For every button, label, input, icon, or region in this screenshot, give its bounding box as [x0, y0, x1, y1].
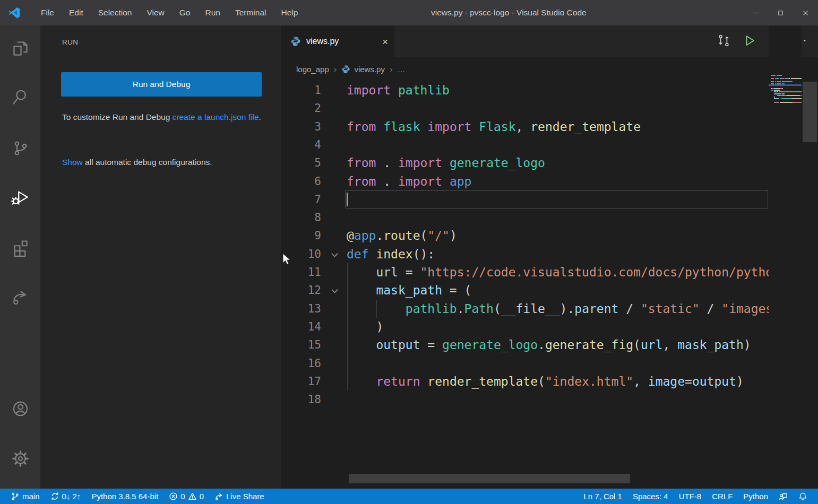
sidebar-text: .	[259, 112, 261, 121]
code-line[interactable]: 4	[281, 136, 769, 154]
code-line[interactable]: 11 url = "https://code.visualstudio.com/…	[281, 263, 769, 281]
tab-views-py[interactable]: views.py ×	[281, 25, 394, 57]
status-label: UTF-8	[679, 492, 702, 501]
breadcrumb-label: logo_app	[296, 65, 329, 74]
line-number[interactable]: 4	[281, 136, 321, 154]
menu-run[interactable]: Run	[197, 0, 227, 25]
menu-file[interactable]: File	[33, 0, 62, 25]
code-line[interactable]: 12 mask_path = (	[281, 281, 769, 299]
status-feedback[interactable]	[773, 492, 793, 501]
menu-go[interactable]: Go	[172, 0, 198, 25]
python-icon	[341, 65, 350, 74]
code-line[interactable]: 18	[281, 390, 769, 409]
status-end-of-line[interactable]: CRLF	[707, 492, 738, 501]
fold-chevron-icon[interactable]	[331, 250, 338, 257]
code-line[interactable]: 15 output = generate_logo.generate_fig(u…	[281, 336, 769, 354]
line-number[interactable]: 14	[281, 318, 321, 336]
breadcrumb-item[interactable]: …	[398, 65, 406, 74]
sidebar-link[interactable]: Show	[62, 158, 83, 167]
line-number[interactable]: 16	[281, 354, 321, 372]
status-indentation[interactable]: Spaces: 4	[627, 492, 674, 501]
compare-changes-button[interactable]	[716, 33, 731, 49]
code-line[interactable]: 8	[281, 208, 769, 227]
status-notifications[interactable]	[793, 492, 813, 501]
code-line[interactable]: 3from flask import Flask, render_templat…	[281, 118, 769, 136]
menu-terminal[interactable]: Terminal	[228, 0, 274, 25]
line-number[interactable]: 6	[281, 172, 321, 190]
status-sync-changes[interactable]: 0↓ 2↑	[45, 492, 87, 501]
tab-close-icon[interactable]: ×	[382, 37, 388, 47]
breadcrumb-item[interactable]: views.py	[341, 65, 385, 74]
activity-source-control[interactable]	[0, 135, 40, 163]
code-line[interactable]: 13 pathlib.Path(__file__).parent / "stat…	[281, 300, 769, 318]
line-number[interactable]: 7	[281, 190, 321, 208]
code-line[interactable]: 5from . import generate_logo	[281, 154, 769, 172]
code-line[interactable]: 9@app.route("/")	[281, 227, 769, 245]
status-live-share[interactable]: Live Share	[209, 492, 270, 501]
activity-live-share[interactable]	[0, 283, 40, 311]
menu-help[interactable]: Help	[274, 0, 306, 25]
status-python-interpreter[interactable]: Python 3.8.5 64-bit	[86, 492, 163, 501]
line-number[interactable]: 15	[281, 336, 321, 354]
status-problems[interactable]: 00	[163, 492, 209, 501]
code-token: Path	[464, 302, 494, 316]
line-number[interactable]: 13	[281, 300, 321, 318]
code-token: import	[398, 175, 442, 188]
activity-search[interactable]	[0, 84, 40, 112]
horizontal-scrollbar-thumb[interactable]	[349, 474, 630, 483]
breadcrumb-item[interactable]: logo_app	[296, 65, 329, 74]
status-encoding[interactable]: UTF-8	[674, 492, 707, 501]
line-number[interactable]: 1	[281, 81, 321, 99]
close-button[interactable]	[793, 0, 818, 25]
minimize-button[interactable]	[743, 0, 768, 25]
minimap[interactable]	[769, 25, 802, 489]
breadcrumb: logo_app›views.py›…	[281, 57, 818, 81]
maximize-icon	[776, 8, 785, 18]
status-git-branch[interactable]: main	[5, 492, 45, 501]
code-line[interactable]: 6from . import app	[281, 172, 769, 190]
code-token	[347, 302, 406, 316]
vscode-window: FileEditSelectionViewGoRunTerminalHelp v…	[0, 0, 818, 504]
activity-account[interactable]	[0, 396, 40, 423]
run-python-file-button[interactable]	[741, 33, 757, 49]
run-sidebar: RUN Run and Debug To customize Run and D…	[40, 25, 281, 489]
code-line[interactable]: 14 )	[281, 318, 769, 336]
status-bar-left: main0↓ 2↑Python 3.8.5 64-bit00Live Share	[5, 492, 270, 501]
sidebar-link[interactable]: create a launch.json file	[173, 112, 259, 121]
code-line[interactable]: 2	[281, 99, 769, 117]
line-number[interactable]: 10	[281, 245, 321, 263]
code-editor[interactable]: 1import pathlib23from flask import Flask…	[281, 81, 769, 489]
code-line[interactable]: 17 return render_template("index.html", …	[281, 372, 769, 390]
code-line[interactable]: 10def index():	[281, 245, 769, 263]
code-token: route	[383, 229, 420, 242]
run-and-debug-button[interactable]: Run and Debug	[61, 72, 262, 97]
line-number[interactable]: 3	[281, 118, 321, 136]
line-number[interactable]: 18	[281, 390, 321, 409]
line-number[interactable]: 8	[281, 208, 321, 227]
status-cursor-position[interactable]: Ln 7, Col 1	[578, 492, 627, 501]
status-language-mode[interactable]: Python	[738, 492, 773, 501]
line-number[interactable]: 11	[281, 263, 321, 281]
menu-view[interactable]: View	[139, 0, 171, 25]
code-line[interactable]: 16	[281, 354, 769, 372]
activity-run-and-debug[interactable]	[0, 184, 40, 212]
fold-chevron-icon[interactable]	[331, 286, 338, 293]
activity-explorer[interactable]	[0, 36, 40, 63]
activity-extensions[interactable]	[0, 234, 40, 262]
line-number[interactable]: 5	[281, 154, 321, 172]
line-number[interactable]: 12	[281, 281, 321, 299]
code-token: /	[700, 302, 722, 316]
menu-selection[interactable]: Selection	[91, 0, 140, 25]
code-line[interactable]: 7	[281, 190, 769, 208]
code-token	[420, 120, 428, 134]
code-token: =	[420, 338, 442, 352]
vertical-scrollbar-thumb[interactable]	[803, 82, 817, 142]
menu-edit[interactable]: Edit	[62, 0, 91, 25]
activity-manage[interactable]	[0, 446, 40, 473]
line-number[interactable]: 2	[281, 99, 321, 117]
line-number[interactable]: 9	[281, 227, 321, 245]
code-line[interactable]: 1import pathlib	[281, 81, 769, 99]
vertical-scrollbar[interactable]	[802, 25, 818, 489]
line-number[interactable]: 17	[281, 372, 321, 390]
maximize-button[interactable]	[768, 0, 793, 25]
